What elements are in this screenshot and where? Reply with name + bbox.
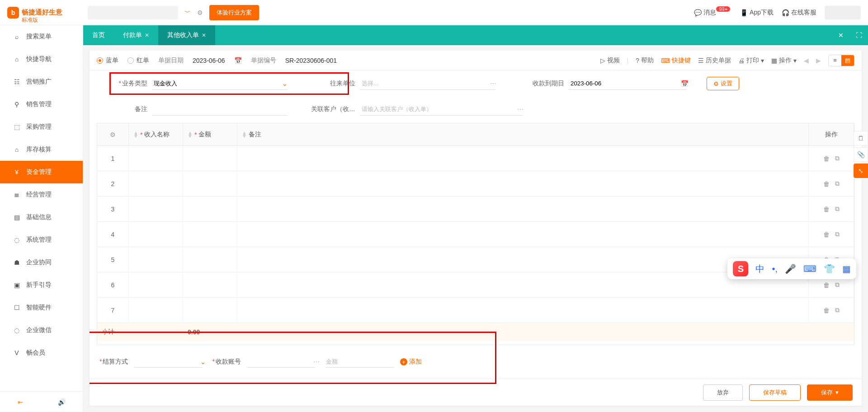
cell-amount[interactable] [183,222,237,247]
cell-amount[interactable] [183,146,237,171]
user-avatar[interactable] [825,6,861,19]
radio-red[interactable]: 红单 [127,56,149,65]
col-remark[interactable]: ▲▼备注 [237,123,809,145]
delete-row-icon[interactable]: 🗑 [823,307,830,314]
col-income-name[interactable]: ▲▼*收入名称 [129,123,183,145]
ime-keyboard-icon[interactable]: ⌨ [803,263,816,274]
remark-input[interactable] [152,103,288,116]
rail-attach-icon[interactable]: 📎 [854,147,868,162]
sidebar-item-inventory[interactable]: ⌂库存核算 [0,138,83,161]
biz-type-input[interactable] [152,77,288,90]
settings-button[interactable]: ⚙设置 [707,77,739,90]
more-icon[interactable]: ⋯ [490,80,496,87]
cell-income-name[interactable] [129,197,183,221]
sidebar-item-guide[interactable]: ▣新手引导 [0,274,83,296]
cell-income-name[interactable] [129,272,183,297]
related-customer-input[interactable] [360,103,523,116]
next-doc-button[interactable]: ▶ [816,57,821,64]
delete-row-icon[interactable]: 🗑 [823,281,830,289]
tenant-selector[interactable] [88,6,178,19]
cell-amount[interactable] [183,247,237,272]
view-list-button[interactable]: ≡ [829,55,841,66]
messages-button[interactable]: 💬 消息 99+ [694,9,732,17]
cell-income-name[interactable] [129,171,183,196]
online-service-button[interactable]: 🎧 在线客服 [782,9,816,17]
copy-row-icon[interactable]: ⧉ [835,205,840,213]
col-amount[interactable]: ▲▼*金额 [183,123,237,145]
sidebar-item-operation[interactable]: ≣经营管理 [0,183,83,206]
sidebar-item-basedata[interactable]: ▤基础信息 [0,206,83,229]
party-input[interactable] [360,77,495,90]
copy-row-icon[interactable]: ⧉ [835,180,840,187]
sidebar-item-purchase[interactable]: ⬚采购管理 [0,116,83,138]
sidebar-item-collab[interactable]: ☗企业协同 [0,251,83,274]
tab-home[interactable]: 首页 [83,25,114,45]
table-settings-cell[interactable]: ⚙ [97,123,129,145]
cell-income-name[interactable] [129,146,183,171]
save-button[interactable]: 保存▾ [807,384,853,401]
sidebar-item-marketing[interactable]: ☷营销推广 [0,70,83,93]
sidebar-item-sales[interactable]: ⚲销售管理 [0,93,83,116]
help-button[interactable]: ?帮助 [636,56,654,65]
ime-lang-icon[interactable]: 中 [755,263,764,275]
cell-income-name[interactable] [129,222,183,247]
cell-amount[interactable] [183,197,237,221]
view-form-button[interactable]: ▤ [841,55,854,66]
table-row[interactable]: 1🗑⧉ [97,146,854,171]
close-icon[interactable]: ✕ [202,32,206,38]
more-icon[interactable]: ⋯ [517,106,524,113]
cell-remark[interactable] [237,222,809,247]
sidebar-item-system[interactable]: ◌系统管理 [0,229,83,251]
close-icon[interactable]: ✕ [145,32,149,38]
fullscreen-icon[interactable]: ⛶ [850,25,868,45]
sidebar-item-search[interactable]: ⌕搜索菜单 [0,25,83,48]
delete-row-icon[interactable]: 🗑 [823,180,830,187]
print-button[interactable]: 🖨打印▾ [738,56,764,65]
table-row[interactable]: 3🗑⧉ [97,197,854,222]
sidebar-item-member[interactable]: V畅会员 [0,342,83,364]
calendar-icon[interactable]: 📅 [234,57,242,64]
sound-icon[interactable]: 🔊 [58,398,66,406]
settle-amount-input[interactable] [326,356,394,368]
ime-logo-icon[interactable]: S [733,261,748,276]
cell-income-name[interactable] [129,247,183,272]
rail-note-icon[interactable]: 🗒 [854,131,868,145]
add-settlement-button[interactable]: +添加 [400,358,422,366]
cell-remark[interactable] [237,197,809,221]
sidebar-item-funds[interactable]: ¥资金管理 [0,161,83,183]
tab-payment[interactable]: 付款单✕ [114,25,158,45]
ime-toolbox-icon[interactable]: ▦ [842,263,851,274]
more-icon[interactable]: ⋯ [313,358,320,365]
save-draft-button[interactable]: 保存草稿 [749,384,801,401]
radio-blue[interactable]: 蓝单 [97,56,118,65]
trial-button[interactable]: 体验行业方案 [209,5,259,20]
table-row[interactable]: 7🗑⧉ [97,298,854,323]
sidebar-item-quicknav[interactable]: ⌂快捷导航 [0,48,83,70]
tabs-close-button[interactable]: ✕ [832,25,850,45]
copy-row-icon[interactable]: ⧉ [835,281,840,289]
app-download-button[interactable]: 📱 App下载 [740,9,774,17]
cell-remark[interactable] [237,247,809,272]
ime-skin-icon[interactable]: 👕 [824,263,835,274]
ime-mic-icon[interactable]: 🎤 [785,263,796,274]
chevron-down-icon[interactable]: ⌄ [200,358,206,365]
history-button[interactable]: ☰历史单据 [698,56,731,65]
cell-remark[interactable] [237,298,809,323]
rail-expand-icon[interactable]: ⤡ [854,164,868,178]
settle-account-input[interactable] [247,356,315,368]
abandon-button[interactable]: 放弃 [703,384,743,401]
shortcut-button[interactable]: ⌨快捷键 [661,56,691,65]
operate-button[interactable]: ▦操作▾ [771,56,797,65]
copy-row-icon[interactable]: ⧉ [835,230,840,238]
sidebar-item-wechat[interactable]: ◌企业微信 [0,319,83,342]
prev-doc-button[interactable]: ◀ [804,57,809,64]
due-date-input[interactable] [569,77,686,90]
chevron-down-icon[interactable]: ﹀ [184,9,191,17]
cell-amount[interactable] [183,298,237,323]
delete-row-icon[interactable]: 🗑 [823,155,830,162]
collapse-icon[interactable]: ⇤ [18,398,23,406]
settle-method-input[interactable] [134,356,202,368]
doc-date-value[interactable]: 2023-06-06 [193,57,225,64]
tab-other-income[interactable]: 其他收入单✕ [158,25,215,45]
gear-icon[interactable]: ⚙ [197,9,203,16]
